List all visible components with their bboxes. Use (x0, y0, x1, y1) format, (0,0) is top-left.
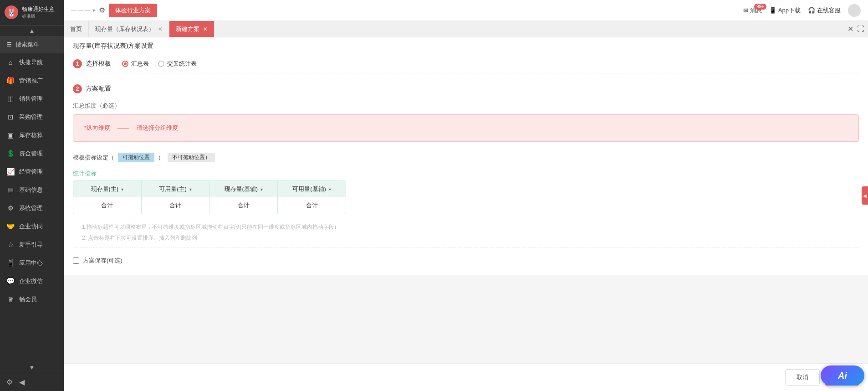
step2-num: 2 (73, 84, 82, 93)
member-icon: ♛ (6, 295, 15, 304)
save-checkbox[interactable] (73, 257, 79, 264)
tab-inventory-status[interactable]: 现存量（库存状况表） ✕ (89, 21, 169, 37)
sidebar-item-corp[interactable]: 🤝 企业协同 (0, 217, 64, 236)
tab-new-scheme-close[interactable]: ✕ (203, 26, 208, 32)
expand-panel-icon[interactable]: ⛶ (857, 25, 864, 33)
collapse-icon[interactable]: ◀ (19, 378, 25, 386)
tip-1: 1.拖动标题栏可以调整布局，不可跨维度或指标区域拖动栏目字段(只能在同一维度或指… (73, 221, 859, 232)
service-button[interactable]: 🎧 在线客服 (808, 6, 841, 15)
message-button[interactable]: ✉ 消息 99+ (743, 6, 762, 15)
indicator-non-draggable-badge: 不可拖动位置） (168, 153, 215, 162)
corp-icon: 🤝 (6, 222, 15, 231)
step1-num: 1 (73, 59, 82, 68)
dimension-box: *纵向维度 —— 请选择分组维度 (73, 114, 859, 142)
step1-header: 1 选择模板 汇总表 交叉统计表 (73, 53, 859, 73)
tab-new-scheme-label: 新建方案 (176, 25, 199, 33)
avatar[interactable] (848, 4, 861, 17)
expand-handle[interactable]: ◀ (862, 186, 868, 205)
cart-icon: ⊡ (6, 113, 15, 121)
dimension-required: *纵向维度 (84, 124, 110, 132)
stats-col-1-label: 现存量(主) (91, 185, 119, 193)
sidebar-item-system[interactable]: ⚙ 系统管理 (0, 199, 64, 217)
trial-button[interactable]: 体验行业方案 (109, 4, 157, 17)
indicator-row: 模板指标设定（ 可拖动位置 ） 不可拖动位置） (73, 149, 859, 168)
sidebar-item-finance[interactable]: 💲 资金管理 (0, 144, 64, 163)
sidebar-item-label: 营销推广 (19, 77, 43, 85)
radio-summary[interactable]: 汇总表 (122, 60, 149, 68)
tab-new-scheme[interactable]: 新建方案 ✕ (169, 21, 214, 37)
sidebar-item-purchase[interactable]: ⊡ 采购管理 (0, 108, 64, 126)
stats-header-row: 现存量(主) ▾ 可用量(主) ▾ 现存量(基辅) ▾ 可用量(基辅) (73, 181, 346, 197)
stats-data-1: 合计 (73, 197, 142, 214)
stats-data-4: 合计 (278, 197, 346, 214)
sidebar-item-label: 畅会员 (19, 295, 37, 304)
sidebar-item-label: 经营管理 (19, 168, 43, 176)
close-panel-icon[interactable]: ✕ (848, 25, 853, 33)
settings-icon[interactable]: ⚙ (6, 378, 13, 386)
sidebar-item-inventory[interactable]: ▣ 库存核算 (0, 126, 64, 144)
sidebar-item-marketing[interactable]: 🎁 营销推广 (0, 72, 64, 90)
step2-label: 方案配置 (86, 85, 111, 93)
sidebar-item-basic-info[interactable]: ▤ 基础信息 (0, 181, 64, 199)
radio-cross[interactable]: 交叉统计表 (158, 60, 197, 68)
scroll-down-arrow[interactable]: ▼ (0, 362, 64, 373)
col3-chevron-icon: ▾ (260, 187, 263, 192)
save-checkbox-label: 方案保存(可选) (83, 257, 123, 265)
scroll-up-arrow[interactable]: ▲ (0, 26, 64, 36)
stats-col-3[interactable]: 现存量(基辅) ▾ (210, 181, 278, 197)
tabbar-actions: ✕ ⛶ (848, 25, 868, 33)
stats-col-4[interactable]: 可用量(基辅) ▾ (278, 181, 346, 197)
stats-table: 现存量(主) ▾ 可用量(主) ▾ 现存量(基辅) ▾ 可用量(基辅) (73, 180, 346, 214)
stats-section: 统计指标 现存量(主) ▾ 可用量(主) ▾ 现存量(基辅) (73, 170, 859, 214)
stats-col-3-label: 现存量(基辅) (225, 185, 258, 193)
dimension-placeholder[interactable]: 请选择分组维度 (137, 124, 178, 132)
tip-2: 2. 点击标题栏下拉可设置排序、插入列和删除列 (73, 232, 859, 243)
expand-handle-icon: ◀ (863, 193, 867, 198)
tab-inventory-label: 现存量（库存状况表） (95, 25, 154, 33)
finance-icon: 💲 (6, 149, 15, 158)
sidebar-item-label: 基础信息 (19, 186, 43, 194)
topbar-right: ✉ 消息 99+ 📱 App下载 🎧 在线客服 (743, 4, 861, 17)
info-icon: ▤ (6, 186, 15, 194)
logo-text: 畅康通好生意 标准版 (22, 5, 55, 20)
sidebar-item-label: 搜索菜单 (15, 41, 39, 49)
cancel-button[interactable]: 取消 (785, 369, 820, 386)
tab-inventory-close[interactable]: ✕ (158, 26, 163, 32)
sidebar-item-label: 销售管理 (19, 95, 43, 103)
chart-icon: 📈 (6, 168, 15, 176)
stats-col-2[interactable]: 可用量(主) ▾ (142, 181, 210, 197)
sidebar-item-wechat[interactable]: 💬 企业微信 (0, 272, 64, 290)
menu-icon: ☰ (6, 41, 12, 48)
topbar: — — — ▾ ⚙ 体验行业方案 ✉ 消息 99+ 📱 App下载 🎧 在线客服 (64, 0, 868, 21)
ai-bubble[interactable]: Ai (821, 365, 864, 386)
app-download-button[interactable]: 📱 App下载 (769, 6, 801, 15)
sales-icon: ◫ (6, 95, 15, 103)
breadcrumb-text: — — — (71, 7, 91, 14)
radio-summary-dot (122, 61, 128, 67)
stats-col-4-label: 可用量(基辅) (292, 185, 326, 193)
sidebar-item-newbie[interactable]: ☆ 新手引导 (0, 236, 64, 254)
sidebar-item-quick-nav[interactable]: ⌂ 快捷导航 (0, 53, 64, 72)
ai-bubble-label: Ai (838, 370, 847, 381)
stats-col-1[interactable]: 现存量(主) ▾ (73, 181, 142, 197)
indicator-label-text: 模板指标设定（ (73, 154, 114, 162)
indicator-draggable-badge: 可拖动位置 (118, 153, 154, 162)
sidebar-item-app-center[interactable]: 📱 应用中心 (0, 254, 64, 272)
sidebar-item-label: 企业协同 (19, 222, 43, 231)
app-icon: 📱 (6, 259, 15, 267)
headset-icon: 🎧 (808, 7, 815, 14)
main-area: — — — ▾ ⚙ 体验行业方案 ✉ 消息 99+ 📱 App下载 🎧 在线客服 (64, 0, 868, 391)
sidebar-item-label: 库存核算 (19, 131, 43, 139)
sidebar-item-sales[interactable]: ◫ 销售管理 (0, 90, 64, 108)
sidebar-item-label: 资金管理 (19, 149, 43, 158)
sidebar-item-member[interactable]: ♛ 畅会员 (0, 290, 64, 309)
stats-data-3: 合计 (210, 197, 278, 214)
sidebar-item-search-menu[interactable]: ☰ 搜索菜单 (0, 36, 64, 53)
sidebar-bottom: ⚙ ◀ (0, 373, 64, 391)
stats-data-2: 合计 (142, 197, 210, 214)
gear-icon[interactable]: ⚙ (99, 6, 105, 15)
sidebar-item-label: 采购管理 (19, 113, 43, 121)
sidebar-item-operations[interactable]: 📈 经营管理 (0, 163, 64, 181)
home-icon: ⌂ (6, 58, 15, 67)
tab-home[interactable]: 首页 (64, 21, 89, 37)
